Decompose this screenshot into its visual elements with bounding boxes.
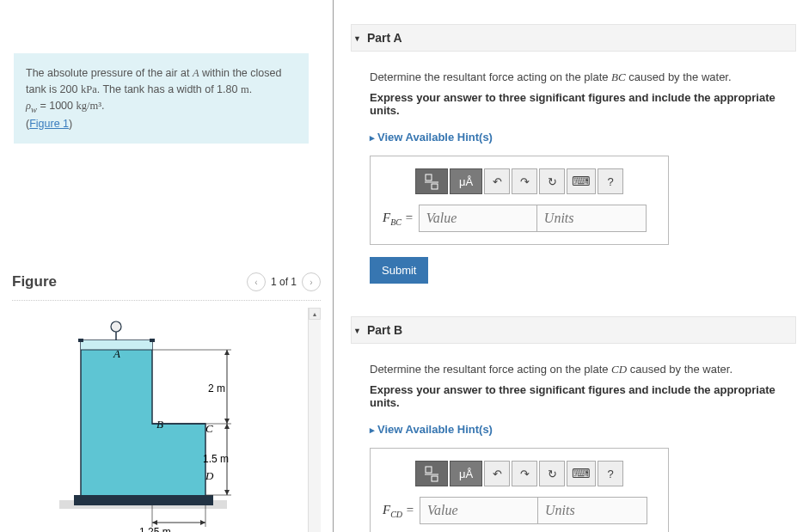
svg-rect-3 (74, 495, 213, 505)
var-A: A (193, 67, 199, 79)
help-button[interactable]: ? (598, 168, 623, 194)
dim-2m: 2 m (208, 382, 225, 394)
fraction-button[interactable] (415, 461, 448, 486)
unit: m (241, 83, 249, 95)
part-b-answer-box: μÅ ↶ ↷ ↻ ? FCD = (370, 448, 669, 532)
figure-link[interactable]: Figure 1 (29, 118, 69, 130)
figure-title: Figure (12, 273, 57, 290)
part-b-value-input[interactable] (420, 497, 538, 524)
figure-pager: 1 of 1 (271, 276, 297, 288)
keyboard-button[interactable] (567, 168, 596, 194)
dim-125m: 1.25 m (139, 526, 171, 532)
part-b-body: Determine the resultant force acting on … (351, 344, 796, 532)
figure-canvas: ▴ ▾ A B C (12, 308, 321, 532)
part-a-body: Determine the resultant force acting on … (351, 52, 796, 292)
help-button[interactable]: ? (598, 461, 623, 486)
left-panel: The absolute pressure of the air at A wi… (0, 0, 334, 532)
figure-next-button[interactable]: › (302, 272, 321, 291)
svg-marker-12 (224, 419, 230, 424)
part-a-input-row: FBC = (383, 205, 656, 232)
undo-button[interactable]: ↶ (484, 461, 510, 486)
part-a-question: Determine the resultant force acting on … (370, 70, 788, 84)
text: The absolute pressure of the air at (26, 67, 193, 79)
units-button[interactable]: μÅ (450, 168, 482, 194)
svg-rect-4 (78, 339, 83, 342)
svg-marker-20 (152, 520, 157, 525)
svg-marker-11 (224, 350, 230, 355)
scroll-up-button[interactable]: ▴ (309, 308, 321, 320)
part-b-units-input[interactable] (537, 497, 647, 524)
text: . (249, 83, 252, 95)
svg-point-6 (111, 321, 121, 332)
part-b-title: Part B (367, 323, 402, 337)
svg-rect-27 (426, 467, 432, 473)
reset-button[interactable]: ↻ (539, 461, 565, 486)
svg-rect-26 (432, 184, 438, 189)
figure-nav: ‹ 1 of 1 › (247, 272, 321, 291)
label-A: A (113, 347, 120, 360)
figure-prev-button[interactable]: ‹ (247, 272, 266, 291)
redo-button[interactable]: ↷ (512, 168, 537, 194)
unit: kPa (81, 83, 97, 95)
tank-diagram: A B C D 2 m 1.5 m (12, 308, 304, 532)
problem-statement: The absolute pressure of the air at A wi… (14, 53, 309, 144)
part-a-instruction: Express your answer to three significant… (370, 91, 788, 117)
undo-button[interactable]: ↶ (484, 168, 510, 194)
figure-header: Figure ‹ 1 of 1 › (12, 272, 321, 301)
part-b-input-row: FCD = (383, 497, 656, 524)
rho-sub: w (31, 104, 37, 113)
label-D: D (205, 469, 214, 482)
svg-marker-15 (224, 424, 230, 429)
part-b-toolbar: μÅ ↶ ↷ ↻ ? (383, 461, 656, 486)
keyboard-button[interactable] (567, 461, 596, 486)
part-a-units-input[interactable] (536, 205, 647, 232)
var-CD: CD (611, 363, 627, 376)
part-a-header[interactable]: Part A (351, 24, 796, 52)
svg-rect-5 (150, 339, 155, 342)
units-button[interactable]: μÅ (450, 461, 482, 486)
svg-marker-21 (200, 520, 205, 525)
rho-eq: = 1000 (37, 100, 77, 112)
svg-rect-24 (426, 174, 432, 180)
part-b-header[interactable]: Part B (351, 316, 796, 344)
figure-section: Figure ‹ 1 of 1 › ▴ ▾ (12, 272, 321, 532)
part-b-hints-link[interactable]: View Available Hint(s) (370, 423, 788, 436)
part-a-toolbar: μÅ ↶ ↷ ↻ ? (383, 168, 656, 194)
part-a-title: Part A (367, 31, 402, 45)
svg-marker-16 (224, 490, 230, 495)
rho-unit: kg/m³ (76, 100, 101, 112)
reset-button[interactable]: ↻ (539, 168, 565, 194)
part-b-instruction: Express your answer to three significant… (370, 383, 788, 409)
part-a-hints-link[interactable]: View Available Hint(s) (370, 131, 788, 144)
fraction-button[interactable] (415, 168, 448, 194)
part-b-question: Determine the resultant force acting on … (370, 363, 788, 376)
right-panel: Part A Determine the resultant force act… (334, 0, 803, 532)
part-a-var-label: FBC = (383, 211, 414, 227)
part-a-value-input[interactable] (419, 205, 537, 232)
scrollbar[interactable]: ▴ ▾ (308, 308, 321, 532)
part-a-answer-box: μÅ ↶ ↷ ↻ ? FBC = (370, 156, 669, 245)
text: . (101, 100, 104, 112)
svg-rect-29 (432, 476, 438, 481)
dim-15m: 1.5 m (203, 453, 229, 465)
var-BC: BC (611, 70, 626, 83)
part-a-submit-button[interactable]: Submit (370, 257, 428, 284)
text: . The tank has a width of 1.80 (97, 83, 241, 95)
part-b-var-label: FCD = (383, 503, 414, 519)
redo-button[interactable]: ↷ (512, 461, 537, 486)
